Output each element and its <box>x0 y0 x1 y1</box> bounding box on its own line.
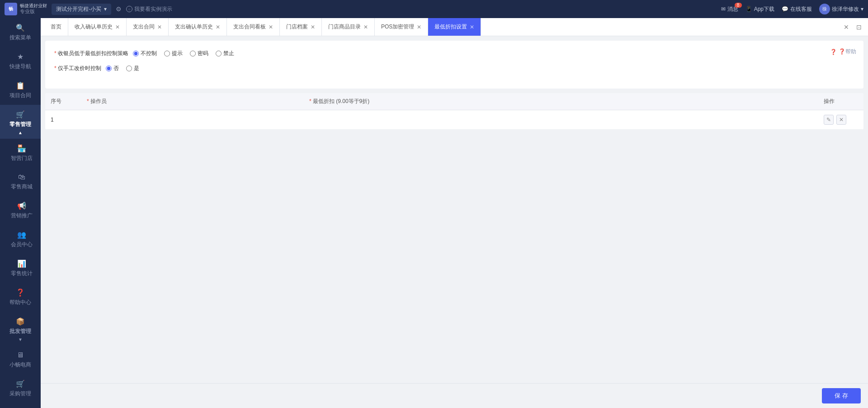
message-icon: ✉ <box>721 6 726 12</box>
manual-radio-yes-input[interactable] <box>126 66 132 71</box>
app-icon: 📱 <box>745 6 752 12</box>
tab-menu-button[interactable]: ⊡ <box>854 23 864 32</box>
star-icon: ★ <box>17 52 24 61</box>
tab-home[interactable]: 首页 <box>44 18 68 36</box>
cell-operator <box>81 110 304 130</box>
user-dropdown-icon: ▾ <box>861 6 863 12</box>
topbar-logo: 畅 畅捷通好业财 专业版 <box>5 3 47 15</box>
retail-icon: 🛒 <box>16 110 25 119</box>
th-min-discount: * 最低折扣 (9.00等于9折) <box>304 93 818 110</box>
tab-close-all-button[interactable]: ✕ <box>841 23 852 32</box>
project-selector[interactable]: 测试分开完程-小买 ▾ <box>52 4 111 15</box>
save-button[interactable]: 保 存 <box>822 388 861 403</box>
sidebar-item-marketing[interactable]: 📢 营销推广 <box>0 196 41 225</box>
tab-income-history[interactable]: 收入确认单历史 ✕ <box>68 18 127 36</box>
help-text: ❓帮助 <box>839 48 856 56</box>
help-link[interactable]: ❓ ❓帮助 <box>830 48 856 56</box>
control-radio-password-label: 密码 <box>198 50 208 57</box>
tab-pos-security[interactable]: POS加密管理 ✕ <box>375 18 428 36</box>
control-radio-no-control-input[interactable] <box>133 51 139 56</box>
topbar: 畅 畅捷通好业财 专业版 测试分开完程-小买 ▾ ⚙ ○ 我要看实例演示 ✉ 消… <box>0 0 868 18</box>
manual-radio-no-label: 否 <box>113 65 119 72</box>
tab-purchase-contract-board-close[interactable]: ✕ <box>269 24 273 30</box>
control-radio-password[interactable]: 密码 <box>190 50 208 57</box>
sidebar-item-help[interactable]: ❓ 帮助中心 <box>0 283 41 312</box>
main-layout: 🔍 搜索菜单 ★ 快捷导航 📋 项目合同 🛒 零售管理 ▲ 🏪 智营门店 🛍 零… <box>0 18 868 408</box>
sidebar-item-ecommerce[interactable]: 🖥 小畅电商 <box>0 346 41 374</box>
tab-store-goods-close[interactable]: ✕ <box>363 24 368 30</box>
tab-store-goods[interactable]: 门店商品目录 ✕ <box>322 18 375 36</box>
wholesale-arrow-icon: ▼ <box>18 337 23 342</box>
search-icon: 🔍 <box>16 23 25 32</box>
tab-actions: ✕ ⊡ <box>841 23 864 32</box>
online-service-button[interactable]: 💬 在线客服 <box>782 5 812 13</box>
tab-purchase-confirm-history[interactable]: 支出确认单历史 ✕ <box>169 18 227 36</box>
data-table: 序号 * 操作员 * 最低折扣 (9.00等于9折) 操作 1 <box>45 93 863 130</box>
ecommerce-icon: 🖥 <box>17 351 24 359</box>
sidebar-item-member[interactable]: 👥 会员中心 <box>0 225 41 254</box>
tab-min-discount-label: 最低折扣设置 <box>434 23 467 31</box>
sidebar-item-search[interactable]: 🔍 搜索菜单 <box>0 18 41 47</box>
manual-radio-yes[interactable]: 是 <box>126 65 139 72</box>
tab-purchase-confirm-history-close[interactable]: ✕ <box>216 24 220 30</box>
wholesale-label: 批发管理 <box>9 328 31 335</box>
tab-income-history-label: 收入确认单历史 <box>75 23 113 31</box>
tab-purchase-contract-board[interactable]: 支出合同看板 ✕ <box>227 18 280 36</box>
sidebar-item-label: 快捷导航 <box>9 63 31 70</box>
control-radio-forbidden-input[interactable] <box>216 51 222 56</box>
tab-bar: 首页 收入确认单历史 ✕ 支出合同 ✕ 支出确认单历史 ✕ 支出合同看板 ✕ 门… <box>41 18 868 36</box>
sidebar-item-label: 会员中心 <box>11 241 33 249</box>
tab-income-history-close[interactable]: ✕ <box>115 24 120 30</box>
tab-purchase-contract-board-label: 支出合同看板 <box>233 23 266 31</box>
delete-row-button[interactable]: ✕ <box>836 115 846 125</box>
table-row: 1 ✎ ✕ <box>45 110 863 130</box>
retail-stat-icon: 📊 <box>17 259 26 268</box>
control-radio-forbidden[interactable]: 禁止 <box>216 50 234 57</box>
control-radio-no-control[interactable]: 不控制 <box>133 50 157 57</box>
demo-link[interactable]: ○ 我要看实例演示 <box>126 5 172 13</box>
control-radio-password-input[interactable] <box>190 51 196 56</box>
page-content: ❓ ❓帮助 收银员低于最低折扣控制策略 不控制 提示 <box>41 36 868 383</box>
page-footer: 保 存 <box>41 383 868 408</box>
sidebar-item-label: 采购管理 <box>9 390 31 398</box>
manual-radio-no[interactable]: 否 <box>106 65 119 72</box>
tab-purchase-contract[interactable]: 支出合同 ✕ <box>127 18 169 36</box>
sidebar-item-retail-stat[interactable]: 📊 零售统计 <box>0 254 41 283</box>
sidebar-item-inventory[interactable]: 📦 库存核算 <box>0 403 41 408</box>
tab-purchase-contract-close[interactable]: ✕ <box>157 24 162 30</box>
edit-row-button[interactable]: ✎ <box>824 115 834 125</box>
manual-radio-yes-label: 是 <box>134 65 139 72</box>
service-label: 在线客服 <box>790 5 812 13</box>
sidebar-item-online-store[interactable]: 🛍 零售商城 <box>0 168 41 196</box>
control-radio-prompt[interactable]: 提示 <box>164 50 183 57</box>
tab-min-discount-close[interactable]: ✕ <box>470 24 474 30</box>
tab-store-archive[interactable]: 门店档案 ✕ <box>280 18 322 36</box>
sidebar-item-purchase[interactable]: 🛒 采购管理 <box>0 374 41 403</box>
tab-min-discount[interactable]: 最低折扣设置 ✕ <box>428 18 481 36</box>
sidebar-item-smart-store[interactable]: 🏪 智营门店 <box>0 139 41 168</box>
sidebar-item-wholesale[interactable]: 📦 批发管理 ▼ <box>0 312 41 346</box>
purchase-icon: 🛒 <box>16 380 25 388</box>
tab-store-goods-label: 门店商品目录 <box>328 23 361 31</box>
app-download-button[interactable]: 📱 App下载 <box>745 5 774 13</box>
user-menu-button[interactable]: 徐 徐泽华修改 ▾ <box>819 4 863 14</box>
th-action: 操作 <box>818 93 863 110</box>
cell-action: ✎ ✕ <box>818 110 863 130</box>
help-icon: ❓ <box>16 288 25 297</box>
tab-store-archive-label: 门店档案 <box>286 23 308 31</box>
sidebar-item-retail[interactable]: 🛒 零售管理 ▲ <box>0 105 41 139</box>
control-radio-no-control-label: 不控制 <box>141 50 157 57</box>
tab-store-archive-close[interactable]: ✕ <box>311 24 315 30</box>
control-radio-prompt-input[interactable] <box>164 51 170 56</box>
sidebar-item-quicknav[interactable]: ★ 快捷导航 <box>0 47 41 76</box>
message-button[interactable]: ✉ 消息 8 <box>721 5 738 13</box>
smart-store-icon: 🏪 <box>17 144 26 153</box>
tab-pos-security-close[interactable]: ✕ <box>417 24 421 30</box>
message-badge: 8 <box>735 3 742 8</box>
topbar-right: ✉ 消息 8 📱 App下载 💬 在线客服 徐 徐泽华修改 ▾ <box>721 4 863 14</box>
tab-purchase-confirm-history-label: 支出确认单历史 <box>175 23 213 31</box>
manual-radio-no-input[interactable] <box>106 66 112 71</box>
sidebar-item-project[interactable]: 📋 项目合同 <box>0 76 41 105</box>
control-radio-group: 不控制 提示 密码 禁止 <box>133 50 234 57</box>
settings-icon[interactable]: ⚙ <box>116 5 122 13</box>
